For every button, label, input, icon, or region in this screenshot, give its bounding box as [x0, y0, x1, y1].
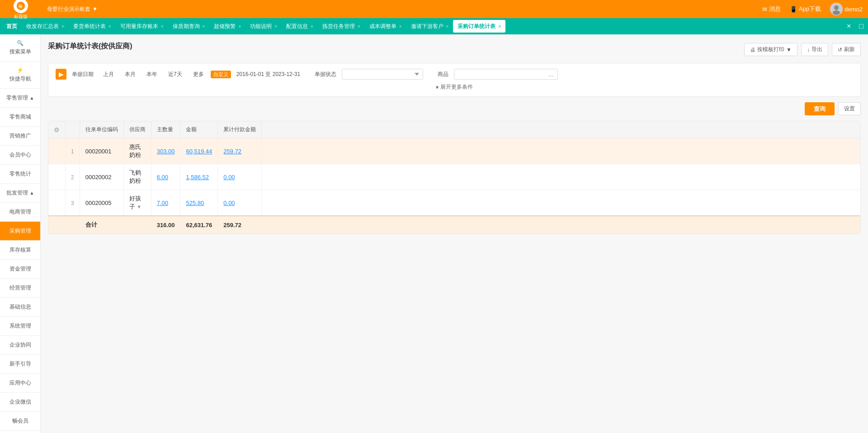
- sidebar-item-enterprise-wx[interactable]: 企业微信: [0, 393, 40, 412]
- th-amount: 金额: [180, 121, 218, 138]
- batch-mgmt-arrow: ▲: [30, 190, 34, 195]
- footer-supplier-cell: [123, 216, 151, 234]
- sidebar-item-member2[interactable]: 畅会员: [0, 412, 40, 431]
- date-btn-this-year[interactable]: 本年: [142, 69, 161, 80]
- sidebar-item-enterprise-collab[interactable]: 企业协同: [0, 336, 40, 355]
- close-tab-purchase-summary[interactable]: ×: [498, 24, 501, 29]
- template-print-button[interactable]: 🖨 按模板打印 ▼: [744, 43, 797, 56]
- sidebar-label-marketing: 营销推广: [9, 132, 31, 140]
- footer-settings-cell: [48, 216, 66, 234]
- expand-arrow-icon: ▾: [436, 84, 439, 90]
- tab-purchase-summary[interactable]: 采购订单统计表 ×: [453, 20, 505, 33]
- close-tab-function-desc[interactable]: ×: [274, 24, 277, 29]
- row-extra: [262, 138, 860, 164]
- tab-order-summary[interactable]: 要货单统计表 ×: [69, 20, 116, 33]
- content-area: 采购订单统计表(按供应商) 🖨 按模板打印 ▼ ↓ 导出 ↺ 刷新: [41, 34, 868, 433]
- date-btn-more[interactable]: 更多: [189, 69, 208, 80]
- close-tab-config-info[interactable]: ×: [311, 24, 313, 29]
- table-header-row: ⚙ 往来单位编码 供应商 主数量 金额 累计付款金额: [48, 121, 860, 138]
- sidebar-item-marketing[interactable]: 营销推广: [0, 127, 40, 146]
- sidebar-item-new-guide[interactable]: 新手引导: [0, 355, 40, 374]
- close-tab-shelf-life[interactable]: ×: [203, 24, 205, 29]
- message-btn[interactable]: ✉ 消息: [762, 5, 781, 13]
- svg-point-3: [834, 5, 839, 10]
- sidebar-item-basic-info[interactable]: 基础信息: [0, 298, 40, 317]
- tab-config-info[interactable]: 配置信息 ×: [282, 20, 318, 33]
- tab-picking-task[interactable]: 拣货任务管理 ×: [318, 20, 365, 33]
- close-tab-inventory-ledger[interactable]: ×: [161, 24, 164, 29]
- app-download-label: App下载: [799, 5, 821, 13]
- sidebar-item-quicknav[interactable]: ⚡ 快捷导航: [0, 62, 40, 89]
- close-all-tabs-btn[interactable]: ×: [844, 21, 854, 31]
- maximize-btn[interactable]: □: [856, 21, 866, 31]
- close-tab-receive-summary[interactable]: ×: [61, 24, 64, 29]
- purchase-summary-table: ⚙ 往来单位编码 供应商 主数量 金额 累计付款金额 1 00020001: [48, 121, 860, 234]
- date-btn-this-month[interactable]: 本月: [121, 69, 140, 80]
- table-row: 2 00020002 飞鹤奶粉 6.00 1,586.52 0.00: [48, 164, 860, 190]
- sidebar-item-ecommerce[interactable]: 电商管理: [0, 203, 40, 222]
- row-seq: 3: [66, 190, 80, 216]
- footer-extra: [262, 216, 860, 234]
- sidebar-item-retail-stats[interactable]: 零售统计: [0, 165, 40, 184]
- close-tab-overstock-warning[interactable]: ×: [238, 24, 241, 29]
- close-tab-order-summary[interactable]: ×: [108, 24, 111, 29]
- sidebar-label-search: 搜索菜单: [9, 48, 31, 56]
- sidebar-label-member2: 畅会员: [12, 417, 28, 425]
- tab-invite-downstream[interactable]: 邀请下游客户 ×: [406, 20, 453, 33]
- sidebar-item-purchase-mgmt[interactable]: 采购管理: [0, 222, 40, 241]
- sidebar-label-retail-mall: 零售商城: [9, 113, 31, 121]
- query-button[interactable]: 查询: [805, 102, 835, 115]
- goods-more-icon[interactable]: ...: [548, 71, 554, 78]
- goods-input[interactable]: [458, 71, 548, 77]
- sidebar-item-inventory[interactable]: 库存核算: [0, 241, 40, 260]
- tab-overstock-warning[interactable]: 超储预警 ×: [209, 20, 245, 33]
- row-supplier: 飞鹤奶粉: [123, 164, 151, 190]
- settings-button[interactable]: 设置: [838, 102, 861, 115]
- tab-receive-summary[interactable]: 收发存汇总表 ×: [22, 20, 69, 33]
- status-select[interactable]: [342, 69, 423, 80]
- sidebar-item-finance[interactable]: 资金管理: [0, 260, 40, 279]
- export-icon: ↓: [807, 47, 810, 53]
- sidebar-item-system[interactable]: 系统管理: [0, 317, 40, 336]
- expand-more-btn[interactable]: ▾ 展开更多条件: [56, 83, 853, 91]
- close-tab-picking-task[interactable]: ×: [358, 24, 360, 29]
- supplier-arrow: ▼: [137, 204, 142, 209]
- goods-filter-label: 商品: [438, 71, 448, 78]
- tab-shelf-life[interactable]: 保质期查询 ×: [168, 20, 210, 33]
- th-paid-amount: 累计付款金额: [218, 121, 262, 138]
- user-avatar-area[interactable]: demo2: [830, 3, 863, 15]
- sidebar-item-batch-mgmt[interactable]: 批发管理 ▲: [0, 184, 40, 203]
- date-btn-last-month[interactable]: 上月: [99, 69, 118, 80]
- sidebar-item-app-center[interactable]: 应用中心: [0, 374, 40, 393]
- close-tab-invite-downstream[interactable]: ×: [446, 24, 449, 29]
- sidebar-item-search[interactable]: 🔍 搜索菜单: [0, 34, 40, 62]
- batch-mgmt-label: 批发管理: [6, 189, 28, 197]
- th-seq: [66, 121, 80, 138]
- sidebar-label-inventory: 库存核算: [9, 246, 31, 254]
- close-tab-cost-adjust[interactable]: ×: [399, 24, 402, 29]
- refresh-button[interactable]: ↺ 刷新: [832, 43, 861, 56]
- row-settings-cell: [48, 138, 66, 164]
- sidebar-item-retail-mall[interactable]: 零售商城: [0, 108, 40, 127]
- export-button[interactable]: ↓ 导出: [801, 43, 828, 56]
- tab-inventory-ledger[interactable]: 可用量库存账本 ×: [116, 20, 168, 33]
- table-settings-icon[interactable]: ⚙: [54, 126, 60, 133]
- tab-function-desc[interactable]: 功能说明 ×: [245, 20, 282, 33]
- workspace-selector[interactable]: 母婴行业演示账套 ▼: [47, 5, 98, 13]
- sidebar-item-ops[interactable]: 经营管理: [0, 279, 40, 298]
- row-supplier: 好孩子 ▼: [123, 190, 151, 216]
- tab-home[interactable]: 首页: [2, 20, 22, 33]
- date-filter-label: 单据日期: [72, 71, 94, 78]
- sidebar-label-basic-info: 基础信息: [9, 303, 31, 311]
- sidebar-label-app-center: 应用中心: [9, 379, 31, 387]
- row-paid-amount: 0.00: [218, 190, 262, 216]
- sidebar-item-member[interactable]: 会员中心: [0, 146, 40, 165]
- filter-toggle-button[interactable]: ▶: [56, 69, 66, 80]
- sidebar-item-retail[interactable]: 零售管理 ▲: [0, 89, 40, 108]
- sidebar-label-ops: 经营管理: [9, 284, 31, 292]
- app-download-btn[interactable]: 📱 App下载: [790, 5, 821, 13]
- custom-date-badge[interactable]: 自定义: [211, 71, 231, 78]
- tab-cost-adjust[interactable]: 成本调整单 ×: [365, 20, 406, 33]
- date-btn-7days[interactable]: 近7天: [164, 69, 186, 80]
- date-options: 上月 本月 本年 近7天 更多 自定义: [99, 69, 231, 80]
